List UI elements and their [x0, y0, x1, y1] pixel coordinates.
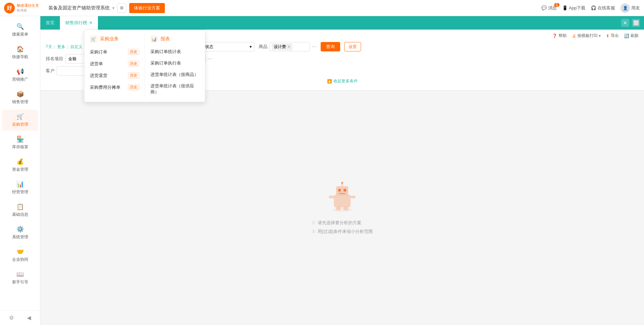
- refresh-button[interactable]: 🔄 刷新: [624, 33, 639, 39]
- sidebar-item-quick[interactable]: 🏠 快捷导航: [2, 42, 38, 63]
- export-button[interactable]: ⬆ 导出: [606, 33, 619, 39]
- dropdown-col-header-report: 📊 报表: [148, 34, 203, 46]
- dropdown-item-order-exec[interactable]: 采购订单执行表: [148, 57, 203, 69]
- svg-point-2: [332, 208, 352, 212]
- svg-rect-11: [350, 196, 356, 198]
- sidebar-item-operation[interactable]: 📊 经营管理: [2, 177, 38, 198]
- sidebar-item-guide[interactable]: 📖 新手引导: [2, 267, 38, 288]
- message-button[interactable]: 💬 消息 6: [541, 5, 557, 11]
- svg-rect-7: [339, 193, 346, 194]
- home-icon: 🏠: [16, 45, 24, 53]
- shortcut-custom[interactable]: 自定义: [70, 44, 82, 50]
- tab-maximize-button[interactable]: ⬜: [632, 19, 640, 27]
- message-badge: 6: [554, 3, 560, 7]
- phone-icon: 📱: [562, 5, 568, 10]
- user-button[interactable]: 👤 用友: [620, 3, 640, 13]
- sidebar-item-basic[interactable]: 📋 基础信息: [2, 200, 38, 221]
- tag-close-icon[interactable]: ✕: [287, 45, 290, 49]
- dropdown-item-stock-stat-supplier[interactable]: 进货单统计表（按供应商）: [148, 80, 203, 98]
- sidebar-item-sales[interactable]: 📦 销售管理: [2, 87, 38, 108]
- sidebar-item-capital[interactable]: 💰 资金管理: [2, 155, 38, 176]
- svg-rect-12: [336, 206, 341, 210]
- dropdown-item-stock-return[interactable]: 进货退货 历史: [87, 70, 142, 81]
- tab-close-all-button[interactable]: ✕: [621, 19, 629, 27]
- content-area: 首页 销售排行榜 ✕ ✕ ⬜ ❓ 帮助: [40, 16, 644, 325]
- print-arrow-icon: ▾: [599, 34, 601, 38]
- operation-icon: 📊: [16, 180, 24, 188]
- sidebar-item-purchase[interactable]: 🛒 采购管理: [2, 110, 38, 131]
- search-button[interactable]: 查询: [321, 42, 340, 51]
- goods-label: 商品: [259, 44, 267, 50]
- sidebar-bottom: ⚙ ◀: [0, 310, 40, 325]
- refresh-icon: 🔄: [624, 34, 629, 38]
- history-badge: 历史: [128, 60, 139, 67]
- export-icon: ⬆: [606, 34, 609, 38]
- history-badge: 历史: [128, 72, 139, 79]
- tab-home[interactable]: 首页: [40, 16, 60, 30]
- svg-rect-6: [344, 189, 346, 192]
- industry-button[interactable]: 体验行业方案: [129, 3, 165, 13]
- help-button[interactable]: ❓ 帮助: [552, 33, 567, 39]
- rank-label: 排名项目: [46, 56, 63, 62]
- top-header: 好 畅捷通好生意 标准版 装备及固定资产辅助管理系统 ▾ ⚙ 体验行业方案 💬 …: [0, 0, 644, 16]
- tab-bar: 首页 销售排行榜 ✕ ✕ ⬜: [40, 16, 644, 30]
- settings-icon[interactable]: ⚙: [117, 3, 127, 13]
- dropdown-item-order-stat[interactable]: 采购订单统计表: [148, 46, 203, 57]
- goods-input[interactable]: 设计费 ✕: [270, 42, 310, 51]
- headset-icon: 🎧: [591, 5, 596, 10]
- salesman-more-button[interactable]: ···: [208, 56, 212, 62]
- basic-icon: 📋: [16, 203, 24, 210]
- online-service-button[interactable]: 🎧 在线客服: [591, 5, 615, 11]
- goods-tag: 设计费 ✕: [272, 43, 292, 50]
- sidebar-item-inventory[interactable]: 🏪 库存核算: [2, 132, 38, 153]
- message-icon: 💬: [541, 5, 547, 10]
- sidebar-item-marketing[interactable]: 📢 营销推广: [2, 65, 38, 86]
- shortcut-more[interactable]: 更多: [57, 44, 65, 50]
- tab-sales-rank[interactable]: 销售排行榜 ✕: [60, 16, 98, 30]
- search-icon: 🔍: [16, 23, 24, 30]
- svg-text:好: 好: [6, 5, 12, 11]
- customer-label: 客户: [46, 68, 55, 74]
- collapse-sidebar-icon[interactable]: ◀: [27, 315, 31, 321]
- dropdown-item-stock-in[interactable]: 进货单 历史: [87, 58, 142, 70]
- sidebar-item-search[interactable]: 🔍 搜索菜单: [2, 19, 38, 41]
- sales-icon: 📦: [16, 90, 24, 98]
- chevron-up-icon: 🔼: [327, 79, 332, 84]
- purchase-icon: 🛒: [16, 113, 24, 120]
- dropdown-item-purchase-cost[interactable]: 采购费用分摊单 历史: [87, 81, 142, 93]
- tab-bar-right: ✕ ⬜: [621, 19, 644, 27]
- svg-rect-10: [329, 196, 334, 198]
- sidebar: 🔍 搜索菜单 🏠 快捷导航 📢 营销推广 📦 销售管理 🛒 采购管理 🏪 库存核…: [0, 16, 40, 325]
- tab-close-icon[interactable]: ✕: [89, 21, 93, 25]
- svg-point-9: [341, 182, 343, 184]
- dropdown-col-header-purchase: 🛒 采购业务: [87, 34, 142, 46]
- guide-icon: 📖: [16, 271, 24, 278]
- chevron-down-icon[interactable]: ▾: [112, 6, 114, 10]
- svg-rect-4: [336, 186, 348, 196]
- dropdown-col-report: 📊 报表 采购订单统计表 采购订单执行表 进货单统计表（按商品） 进货单统计表（…: [145, 34, 205, 98]
- system-icon: ⚙️: [16, 226, 24, 233]
- svg-rect-13: [344, 206, 348, 210]
- sidebar-item-system[interactable]: ⚙️ 系统管理: [2, 222, 38, 243]
- app-download-button[interactable]: 📱 App下载: [562, 5, 585, 11]
- shortcut-7days[interactable]: 7天: [46, 44, 52, 50]
- svg-rect-5: [338, 189, 341, 192]
- logo-text: 畅捷通好生意: [17, 3, 39, 8]
- purchase-dropdown: 🛒 采购业务 采购订单 历史 进货单 历史 进货退货 历史 采购费用分摊单: [84, 30, 205, 102]
- print-button[interactable]: 🖨 按模板打印 ▾: [572, 33, 601, 39]
- dropdown-item-purchase-order[interactable]: 采购订单 历史: [87, 46, 142, 58]
- sidebar-item-coop[interactable]: 🤝 企业协同: [2, 245, 38, 266]
- sys-title-area: 装备及固定资产辅助管理系统 ▾ ⚙ 体验行业方案: [48, 3, 537, 13]
- dropdown-item-stock-stat-goods[interactable]: 进货单统计表（按商品）: [148, 69, 203, 80]
- setting-button[interactable]: 设置: [344, 42, 361, 51]
- empty-state: ①请先选择要分析的方案 ②用[过滤]条件来缩小分析范围: [40, 90, 644, 325]
- main-layout: 🔍 搜索菜单 🏠 快捷导航 📢 营销推广 📦 销售管理 🛒 采购管理 🏪 库存核…: [0, 16, 644, 325]
- marketing-icon: 📢: [16, 68, 24, 75]
- goods-more-button[interactable]: ···: [312, 44, 316, 50]
- goods-filter: 商品 设计费 ✕ ···: [259, 42, 316, 51]
- sys-title: 装备及固定资产辅助管理系统: [48, 5, 110, 11]
- purchase-business-icon: 🛒: [90, 35, 97, 43]
- coop-icon: 🤝: [16, 248, 24, 255]
- settings-bottom-icon[interactable]: ⚙: [9, 315, 14, 321]
- empty-illustration: [325, 179, 359, 213]
